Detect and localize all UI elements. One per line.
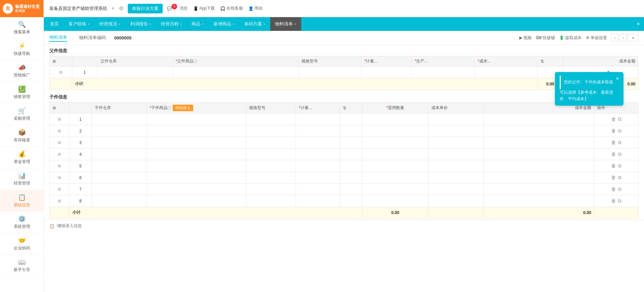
- child-row-1-unit-cost[interactable]: [429, 114, 484, 125]
- child-row-2-warehouse[interactable]: [91, 125, 147, 137]
- parent-row-1-gear[interactable]: ⚙: [50, 67, 72, 78]
- child-row-1-warehouse[interactable]: [91, 114, 147, 125]
- child-row-5-unit-cost[interactable]: [429, 160, 484, 172]
- child-row-3-unit[interactable]: [296, 137, 340, 149]
- tab-close-customer[interactable]: ×: [88, 22, 90, 26]
- video-btn[interactable]: ▶ 视频: [519, 35, 532, 41]
- sidebar-item-2[interactable]: 📣营销推广: [0, 60, 44, 82]
- child-row-6-amount[interactable]: [484, 172, 594, 184]
- child-row-7-warehouse[interactable]: [91, 184, 147, 195]
- copy-icon-2[interactable]: ⧉: [618, 128, 621, 134]
- system-dropdown[interactable]: ▼: [111, 7, 115, 10]
- child-row-3-amount[interactable]: [484, 137, 594, 149]
- copy-icon-5[interactable]: ⧉: [618, 163, 621, 169]
- copy-icon-1[interactable]: ⧉: [618, 116, 621, 122]
- child-row-6-qty[interactable]: [362, 172, 429, 184]
- child-row-2-spec[interactable]: [246, 125, 296, 137]
- delete-icon-7[interactable]: 🗑: [611, 186, 616, 192]
- child-row-1-gear[interactable]: ⚙: [50, 114, 70, 125]
- delete-icon-2[interactable]: 🗑: [611, 128, 616, 134]
- list-view-btn[interactable]: ≡: [628, 34, 639, 42]
- child-row-7-unit[interactable]: [296, 184, 340, 195]
- parent-row-1-cost[interactable]: [474, 67, 537, 78]
- child-row-4-warehouse[interactable]: [91, 149, 147, 160]
- sidebar-item-4[interactable]: 🛒采购管理: [0, 104, 44, 125]
- nav-tab-goods[interactable]: 商品×: [187, 17, 209, 31]
- setting-btn[interactable]: ⚙ 单据设置: [586, 35, 607, 41]
- child-row-4-unit-cost[interactable]: [429, 149, 484, 160]
- user-action[interactable]: 👤 用友: [248, 5, 263, 11]
- copy-icon-8[interactable]: ⧉: [618, 198, 621, 204]
- child-col-settings[interactable]: ⚙: [50, 103, 70, 114]
- child-row-5-gear[interactable]: ⚙: [50, 160, 70, 172]
- sidebar-item-6[interactable]: 💰资金管理: [0, 147, 44, 168]
- close-all-tabs[interactable]: ×: [634, 21, 643, 27]
- child-row-3-product[interactable]: [147, 137, 246, 149]
- tab-close-goods[interactable]: ×: [202, 22, 204, 26]
- child-row-7-extra[interactable]: [340, 184, 362, 195]
- child-row-3-qty[interactable]: [362, 137, 429, 149]
- parent-row-1-spec[interactable]: [298, 67, 361, 78]
- cost-btn[interactable]: 💲 提取成本: [559, 35, 582, 41]
- sidebar-item-9[interactable]: ⚙️系统管理: [0, 212, 44, 233]
- copy-icon-7[interactable]: ⧉: [618, 186, 621, 192]
- tooltip-close-btn[interactable]: ×: [616, 75, 619, 82]
- child-row-7-qty[interactable]: [362, 184, 429, 195]
- nav-tab-new_goods[interactable]: 新增商品×: [209, 17, 239, 31]
- child-row-8-qty[interactable]: [362, 195, 429, 207]
- child-row-4-amount[interactable]: [484, 149, 594, 160]
- delete-icon-8[interactable]: 🗑: [611, 198, 616, 204]
- sidebar-item-10[interactable]: 🤝企业协同: [0, 233, 44, 255]
- settings-icon[interactable]: ⚙: [119, 5, 124, 12]
- parent-row-1-warehouse[interactable]: [97, 67, 173, 78]
- parent-col-settings[interactable]: ⚙: [50, 56, 72, 67]
- child-row-7-unit-cost[interactable]: [429, 184, 484, 195]
- tab-close-profit[interactable]: ×: [149, 22, 151, 26]
- child-row-4-spec[interactable]: [246, 149, 296, 160]
- shortcut-btn[interactable]: ⌨ 快捷键: [536, 35, 555, 41]
- child-row-1-product[interactable]: [147, 114, 246, 125]
- tab-close-new_goods[interactable]: ×: [233, 22, 235, 26]
- child-row-8-unit[interactable]: [296, 195, 340, 207]
- child-row-8-amount[interactable]: [484, 195, 594, 207]
- experience-button[interactable]: 体验行业方案: [128, 4, 163, 13]
- child-row-4-product[interactable]: [147, 149, 246, 160]
- child-row-2-amount[interactable]: [484, 125, 594, 137]
- next-arrow[interactable]: ›: [619, 34, 627, 42]
- nav-tab-home[interactable]: 首页: [45, 17, 64, 31]
- copy-icon-6[interactable]: ⧉: [618, 175, 621, 180]
- parent-col-sort[interactable]: ⇅: [537, 56, 563, 67]
- sidebar-item-7[interactable]: 📊经营管理: [0, 168, 44, 190]
- child-row-2-unit-cost[interactable]: [429, 125, 484, 137]
- nav-tab-profit[interactable]: 利润报告×: [125, 17, 156, 31]
- child-row-8-extra[interactable]: [340, 195, 362, 207]
- child-row-6-product[interactable]: [147, 172, 246, 184]
- online-service-action[interactable]: 🎧 在线客服: [220, 5, 243, 11]
- app-download-action[interactable]: 📱 App下载: [193, 5, 215, 11]
- child-row-3-extra[interactable]: [340, 137, 362, 149]
- child-row-6-extra[interactable]: [340, 172, 362, 184]
- child-row-5-amount[interactable]: [484, 160, 594, 172]
- child-row-5-warehouse[interactable]: [91, 160, 147, 172]
- child-row-7-amount[interactable]: [484, 184, 594, 195]
- nav-tab-ops[interactable]: 经营情况×: [95, 17, 125, 31]
- child-row-4-unit[interactable]: [296, 149, 340, 160]
- child-row-2-unit[interactable]: [296, 125, 340, 137]
- child-row-4-extra[interactable]: [340, 149, 362, 160]
- child-row-7-gear[interactable]: ⚙: [50, 184, 70, 195]
- message-action[interactable]: 💬 6 消息: [167, 5, 188, 11]
- child-row-3-gear[interactable]: ⚙: [50, 137, 70, 149]
- tab-close-ops[interactable]: ×: [119, 22, 121, 26]
- child-row-5-unit[interactable]: [296, 160, 340, 172]
- nav-tab-customer[interactable]: 客户联络×: [64, 17, 95, 31]
- child-row-1-amount[interactable]: [484, 114, 594, 125]
- child-row-6-unit-cost[interactable]: [429, 172, 484, 184]
- copy-icon-4[interactable]: ⧉: [618, 151, 621, 157]
- child-row-1-extra[interactable]: [340, 114, 362, 125]
- child-row-6-gear[interactable]: ⚙: [50, 172, 70, 184]
- prev-arrow[interactable]: ‹: [611, 34, 619, 42]
- child-row-5-spec[interactable]: [246, 160, 296, 172]
- child-row-2-extra[interactable]: [340, 125, 362, 137]
- tab-close-history[interactable]: ×: [180, 22, 182, 26]
- child-row-3-warehouse[interactable]: [91, 137, 147, 149]
